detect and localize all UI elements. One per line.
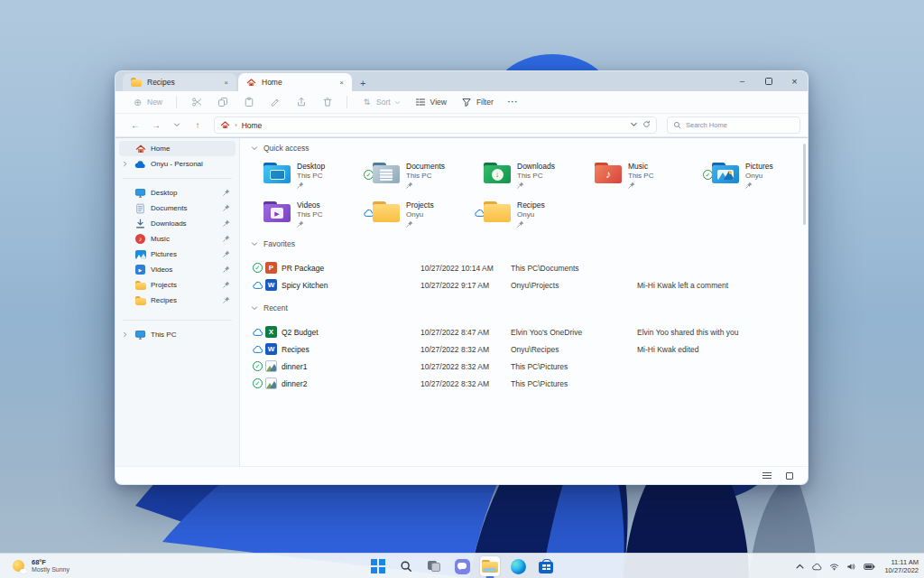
weather-widget[interactable]: 68°F Mostly Sunny: [7, 554, 75, 578]
up-button[interactable]: ↑: [189, 120, 207, 130]
excel-file-icon: X: [265, 326, 277, 338]
tab-home[interactable]: Home ×: [238, 73, 352, 91]
large-icons-view-button[interactable]: [786, 472, 793, 480]
wifi-icon[interactable]: [829, 562, 839, 572]
quick-access-item-documents[interactable]: ✓ DocumentsThis PC: [365, 158, 471, 196]
pictures-icon: [134, 248, 146, 260]
quick-access-item-music[interactable]: ♪ MusicThis PC: [587, 158, 693, 196]
sidebar-item-music[interactable]: ♪ Music: [119, 231, 236, 247]
quick-access-item-videos[interactable]: ▶ VideosThis PC: [255, 197, 362, 235]
sidebar-item-label: Desktop: [151, 189, 177, 197]
edge-button[interactable]: [508, 556, 528, 576]
sidebar-item-projects[interactable]: Projects: [119, 277, 236, 293]
copy-button[interactable]: [211, 95, 234, 110]
documents-folder-icon: [373, 163, 400, 184]
filter-icon: [461, 97, 473, 108]
sidebar-item-desktop[interactable]: Desktop: [119, 185, 236, 200]
cloud-badge-icon: [253, 345, 263, 353]
store-button[interactable]: [536, 556, 556, 576]
paste-icon: [243, 97, 254, 108]
task-view-button[interactable]: [424, 556, 444, 576]
address-dropdown-button[interactable]: [630, 120, 638, 130]
file-modified: 10/27/2022 10:14 AM: [420, 264, 494, 273]
file-row-spicy-kitchen[interactable]: W Spicy Kitchen 10/27/2022 9:17 AM Onyu\…: [240, 276, 802, 294]
share-button[interactable]: [290, 95, 312, 110]
back-button[interactable]: ←: [126, 120, 144, 130]
sidebar-item-home[interactable]: Home: [119, 141, 236, 156]
maximize-button[interactable]: [755, 71, 781, 91]
search-input[interactable]: [686, 121, 794, 129]
view-button[interactable]: View: [410, 95, 452, 110]
quick-access-item-downloads[interactable]: ↓ DownloadsThis PC: [476, 158, 582, 196]
delete-button[interactable]: [316, 95, 338, 110]
new-button[interactable]: ⊕ New: [126, 95, 168, 110]
sidebar-item-this-pc[interactable]: This PC: [119, 327, 236, 342]
tab-recipes[interactable]: Recipes ×: [123, 73, 236, 91]
clock[interactable]: 11:11 AM 10/27/2022: [882, 558, 919, 575]
cut-button[interactable]: [185, 95, 208, 110]
file-row-recipes[interactable]: W Recipes 10/27/2022 8:32 AM Onyu\Recipe…: [240, 340, 802, 358]
sidebar-item-documents[interactable]: Documents: [119, 200, 236, 216]
onedrive-tray-icon[interactable]: [812, 562, 822, 572]
chevron-right-icon[interactable]: [122, 331, 130, 338]
section-header-quick-access[interactable]: Quick access: [251, 144, 310, 153]
taskbar-search-button[interactable]: [396, 556, 416, 576]
sidebar-item-pictures[interactable]: Pictures: [119, 247, 236, 262]
item-name: Pictures: [745, 162, 773, 171]
battery-icon[interactable]: [864, 562, 875, 572]
copy-icon: [217, 97, 228, 108]
file-modified: 10/27/2022 8:47 AM: [420, 328, 489, 337]
item-name: Recipes: [517, 200, 545, 210]
file-row-q2-budget[interactable]: X Q2 Budget 10/27/2022 8:47 AM Elvin Yoo…: [240, 323, 802, 340]
filter-button[interactable]: Filter: [456, 95, 499, 110]
folder-icon: [373, 201, 400, 223]
sidebar-item-videos[interactable]: ▶ Videos: [119, 262, 236, 277]
more-options-button[interactable]: ···: [503, 96, 524, 108]
minimize-button[interactable]: –: [729, 71, 755, 91]
breadcrumb[interactable]: › Home: [214, 117, 657, 134]
file-row-pr-package[interactable]: ✓ P PR Package 10/27/2022 10:14 AM This …: [240, 259, 802, 276]
item-name: Projects: [406, 200, 434, 210]
file-row-dinner1[interactable]: ✓ dinner1 10/27/2022 8:32 AM This PC\Pic…: [240, 358, 802, 375]
sidebar-item-downloads[interactable]: Downloads: [119, 216, 236, 231]
downloads-icon: [134, 218, 146, 229]
image-file-icon: [265, 360, 277, 372]
folder-icon: [131, 78, 142, 87]
file-explorer-button[interactable]: [480, 556, 500, 576]
sidebar-item-onyu-personal[interactable]: Onyu - Personal: [119, 156, 236, 172]
item-location: This PC: [297, 172, 325, 180]
section-header-recent[interactable]: Recent: [251, 303, 288, 312]
quick-access-item-pictures[interactable]: ✓ PicturesOnyu: [704, 158, 808, 196]
sidebar-item-recipes[interactable]: Recipes: [119, 293, 236, 308]
rename-button[interactable]: [263, 95, 286, 110]
chevron-right-icon[interactable]: [122, 161, 130, 167]
new-tab-button[interactable]: +: [352, 78, 374, 91]
item-name: Videos: [297, 200, 322, 210]
file-modified: 10/27/2022 9:17 AM: [420, 281, 489, 290]
onedrive-icon: [134, 158, 146, 170]
section-header-favorites[interactable]: Favorites: [251, 239, 295, 248]
forward-button[interactable]: →: [147, 120, 165, 130]
quick-access-item-recipes[interactable]: RecipesOnyu: [476, 197, 582, 235]
breadcrumb-item-home[interactable]: Home: [242, 121, 263, 130]
hidden-icons-chevron[interactable]: [795, 562, 805, 572]
volume-icon[interactable]: [846, 562, 856, 572]
breadcrumb-separator: ›: [235, 121, 237, 129]
home-icon: [220, 120, 230, 130]
details-view-button[interactable]: [762, 472, 772, 480]
videos-folder-icon: ▶: [263, 201, 291, 223]
start-button[interactable]: [368, 556, 388, 576]
paste-button[interactable]: [237, 95, 260, 110]
file-location: Elvin Yoo's OneDrive: [511, 328, 582, 337]
quick-access-item-projects[interactable]: ProjectsOnyu: [365, 197, 471, 235]
close-tab-icon[interactable]: ×: [221, 79, 231, 87]
chat-button[interactable]: [452, 556, 472, 576]
file-row-dinner2[interactable]: ✓ dinner2 10/27/2022 8:32 AM This PC\Pic…: [240, 375, 802, 392]
recent-locations-button[interactable]: [168, 120, 186, 130]
close-tab-icon[interactable]: ×: [337, 79, 346, 87]
close-button[interactable]: ×: [781, 71, 808, 91]
refresh-button[interactable]: [642, 120, 651, 130]
quick-access-item-desktop[interactable]: DesktopThis PC: [255, 158, 362, 196]
plus-icon: ⊕: [132, 97, 143, 108]
sort-button[interactable]: ⇅ Sort: [356, 95, 406, 110]
